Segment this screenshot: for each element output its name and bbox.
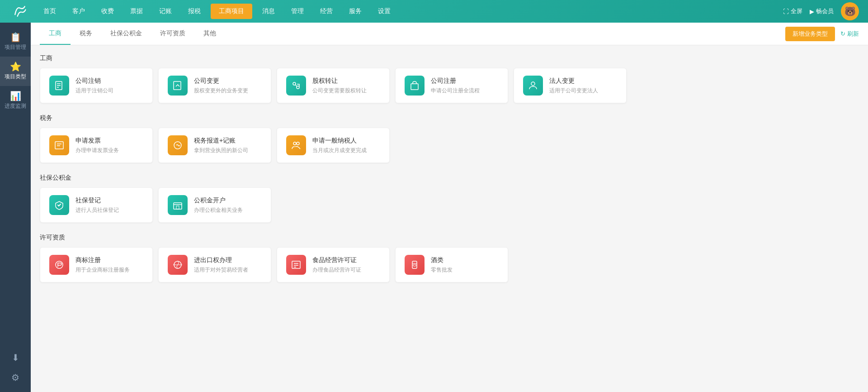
card-text: 商标注册 用于企业商标注册服务: [75, 256, 143, 274]
card-desc: 股权变更外的业务变更: [194, 87, 262, 95]
card-legal-change[interactable]: 法人变更 适用于公司变更法人: [514, 68, 627, 103]
nav-fees[interactable]: 收费: [93, 0, 122, 23]
card-import-export[interactable]: 进出口权办理 适用于对外贸易经营者: [158, 247, 271, 282]
nav-customer[interactable]: 客户: [64, 0, 93, 23]
card-desc: 用于企业商标注册服务: [75, 266, 143, 274]
fullscreen-button[interactable]: ⛶ 全屏: [783, 7, 802, 15]
card-text: 股权转让 公司变更需要股权转让: [312, 77, 380, 95]
svg-point-18: [56, 261, 63, 268]
company-change-icon: [168, 76, 188, 96]
food-license-icon: [286, 255, 306, 275]
svg-rect-9: [55, 142, 63, 149]
sidebar-item-download[interactable]: ⬇: [0, 348, 31, 368]
nav-home[interactable]: 首页: [35, 0, 64, 23]
tab-actions: 新增业务类型 ↻ 刷新: [785, 27, 859, 41]
nav-accounting[interactable]: 记账: [151, 0, 180, 23]
card-text: 税务报道+记账 拿到营业执照的新公司: [194, 137, 262, 154]
logo-area: [5, 3, 35, 19]
nav-messages[interactable]: 消息: [254, 0, 283, 23]
card-equity-transfer[interactable]: 股权转让 公司变更需要股权转让: [277, 68, 390, 103]
nav-management[interactable]: 管理: [283, 0, 312, 23]
card-title: 进出口权办理: [194, 256, 262, 264]
tools-icon: ⚙: [11, 373, 19, 382]
card-company-change[interactable]: 公司变更 股权变更外的业务变更: [158, 68, 271, 103]
card-title: 申请一般纳税人: [312, 137, 380, 145]
card-text: 社保登记 进行人员社保登记: [75, 196, 143, 214]
card-company-cancel[interactable]: 公司注销 适用于注销公司: [40, 68, 153, 103]
sidebar-item-progress-monitor[interactable]: 📊 进度监测: [0, 86, 31, 115]
card-title: 股权转让: [312, 77, 380, 85]
card-trademark[interactable]: 商标注册 用于企业商标注册服务: [40, 247, 153, 282]
card-title: 公司注册: [431, 77, 499, 85]
card-title: 食品经营许可证: [312, 256, 380, 264]
card-text: 公司注册 申请公司注册全流程: [431, 77, 499, 95]
member-button[interactable]: ▶ 畅会员: [810, 7, 834, 15]
svg-point-13: [293, 142, 296, 145]
apply-invoice-icon: [49, 135, 69, 155]
tab-shuiwu[interactable]: 税务: [71, 23, 101, 45]
card-alcohol[interactable]: 酒类 零售批发: [395, 247, 508, 282]
card-text: 申请发票 办理申请发票业务: [75, 137, 143, 154]
xuke-cards-grid: 商标注册 用于企业商标注册服务 进出口权办理 适用于对外贸易经营者: [40, 247, 859, 282]
card-desc: 适用于公司变更法人: [549, 87, 617, 95]
left-sidebar: 📋 项目管理 ⭐ 项目类型 📊 进度监测 ⬇ ⚙: [0, 23, 31, 392]
company-cancel-icon: [49, 76, 69, 96]
download-icon: ⬇: [12, 353, 19, 362]
nav-bills[interactable]: 票据: [122, 0, 151, 23]
mascot-avatar[interactable]: 🐻: [841, 2, 859, 20]
nav-tax-report[interactable]: 报税: [180, 0, 209, 23]
card-title: 公司注销: [75, 77, 143, 85]
card-food-license[interactable]: 食品经营许可证 办理食品经营许可证: [277, 247, 390, 282]
card-desc: 拿到营业执照的新公司: [194, 147, 262, 154]
svg-rect-27: [413, 264, 416, 266]
card-company-register[interactable]: 公司注册 申请公司注册全流程: [395, 68, 508, 103]
nav-operations[interactable]: 经营: [312, 0, 341, 23]
card-social-insurance[interactable]: 社保登记 进行人员社保登记: [40, 187, 153, 223]
sidebar-item-project-type[interactable]: ⭐ 项目类型: [0, 57, 31, 86]
scroll-content[interactable]: 工商 公司注销 适用于注销公司 公司变更: [31, 45, 868, 392]
social-insurance-icon: [49, 195, 69, 215]
tab-xuke[interactable]: 许可资质: [151, 23, 194, 45]
nav-business-project[interactable]: 工商项目: [211, 4, 252, 19]
card-tax-accounting[interactable]: 税务报道+记账 拿到营业执照的新公司: [158, 128, 271, 163]
tab-gongshang[interactable]: 工商: [40, 23, 71, 45]
card-text: 公司变更 股权变更外的业务变更: [194, 77, 262, 95]
shebao-cards-grid: 社保登记 进行人员社保登记 公积金开户 办理公积金相关业务: [40, 187, 859, 223]
fullscreen-icon: ⛶: [783, 8, 789, 15]
nav-settings[interactable]: 设置: [370, 0, 399, 23]
card-text: 进出口权办理 适用于对外贸易经营者: [194, 256, 262, 274]
card-title: 公积金开户: [194, 196, 262, 205]
member-icon: ▶: [810, 8, 814, 15]
sidebar-item-tools[interactable]: ⚙: [0, 368, 31, 387]
gongshang-cards-grid: 公司注销 适用于注销公司 公司变更 股权变更外的业务变更: [40, 68, 859, 103]
card-text: 法人变更 适用于公司变更法人: [549, 77, 617, 95]
card-housing-fund[interactable]: 公积金开户 办理公积金相关业务: [158, 187, 271, 223]
section-title-shuiwu: 税务: [40, 114, 859, 122]
legal-change-icon: [523, 76, 543, 96]
tab-other[interactable]: 其他: [194, 23, 225, 45]
card-text: 食品经营许可证 办理食品经营许可证: [312, 256, 380, 274]
import-export-icon: [168, 255, 188, 275]
nav-services[interactable]: 服务: [341, 0, 370, 23]
sidebar-item-project-management[interactable]: 📋 项目管理: [0, 27, 31, 57]
refresh-icon: ↻: [840, 30, 845, 37]
svg-rect-7: [411, 84, 418, 90]
card-text: 公积金开户 办理公积金相关业务: [194, 196, 262, 214]
card-title: 法人变更: [549, 77, 617, 85]
card-title: 税务报道+记账: [194, 137, 262, 145]
card-text: 酒类 零售批发: [431, 256, 499, 274]
housing-fund-icon: [168, 195, 188, 215]
add-business-type-button[interactable]: 新增业务类型: [785, 27, 835, 41]
card-desc: 零售批发: [431, 266, 499, 274]
card-title: 申请发票: [75, 137, 143, 145]
card-general-taxpayer[interactable]: 申请一般纳税人 当月或次月成变更完成: [277, 128, 390, 163]
refresh-button[interactable]: ↻ 刷新: [840, 30, 859, 38]
equity-transfer-icon: [286, 76, 306, 96]
svg-point-12: [174, 142, 181, 149]
tab-shebao[interactable]: 社保公积金: [101, 23, 151, 45]
project-type-icon: ⭐: [10, 62, 21, 71]
card-apply-invoice[interactable]: 申请发票 办理申请发票业务: [40, 128, 153, 163]
svg-point-14: [297, 142, 299, 145]
card-title: 社保登记: [75, 196, 143, 205]
card-title: 商标注册: [75, 256, 143, 264]
